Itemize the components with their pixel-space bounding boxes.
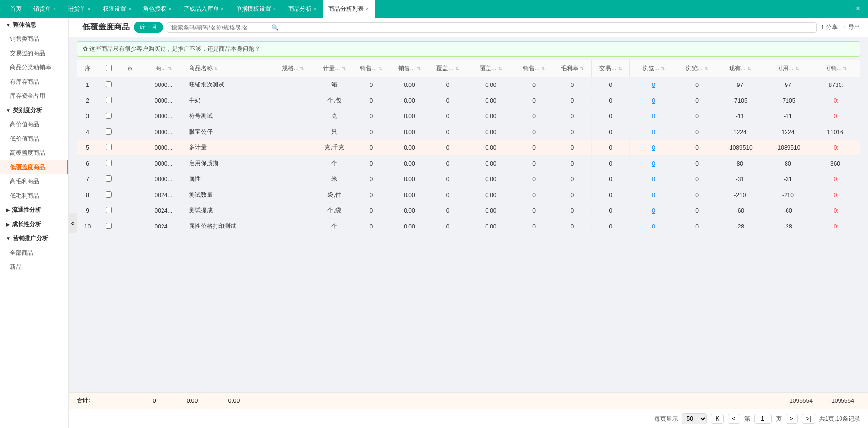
nav-production[interactable]: 产成品入库单 × [178,0,230,18]
prev-page-btn[interactable]: < [728,414,740,424]
cell-spec [269,109,317,124]
cell-browse1[interactable]: 0 [630,219,678,234]
sidebar-item-traded-goods[interactable]: 交易过的商品 [0,46,68,60]
cell-browse1[interactable]: 0 [630,140,678,156]
cell-settings [118,219,141,234]
per-page-select[interactable]: 50 10 20 100 [682,413,707,424]
nav-purchase-close[interactable]: × [87,6,90,12]
share-button[interactable]: ⤴ 分享 [821,23,838,31]
nav-analysis-list[interactable]: 商品分析列表 × [323,0,375,18]
nav-sales-close[interactable]: × [53,6,56,12]
share-icon: ⤴ [821,24,824,31]
nav-analysis-close[interactable]: × [314,6,317,12]
sidebar-item-high-value[interactable]: 高价值商品 [0,117,68,132]
cell-gross-rate: 0 [553,77,592,93]
export-button[interactable]: ↑ 导出 [843,23,860,31]
cell-check[interactable] [99,93,118,109]
cell-check[interactable] [99,219,118,234]
row-checkbox[interactable] [106,223,112,229]
cell-current: -60 [716,203,764,219]
cell-browse1[interactable]: 0 [630,171,678,187]
cell-spec [269,93,317,109]
sidebar-item-sales-goods[interactable]: 销售类商品 [0,32,68,46]
cell-sellable: 0: [812,93,860,109]
cell-available: -31 [764,171,812,187]
cell-check[interactable] [99,156,118,171]
sidebar-item-category-rate[interactable]: 商品分类动销率 [0,60,68,75]
nav-production-close[interactable]: × [221,6,224,12]
sidebar-group-category[interactable]: ▼ 类别度分析 [0,103,68,117]
table-container[interactable]: 序 ⚙ 商... ⇅ 商品名称 ⇅ 规格... ⇅ 计量... ⇅ 销售... … [69,60,868,392]
sidebar-group-liquidity[interactable]: ▶ 流通性分析 [0,203,68,217]
cell-check[interactable] [99,124,118,140]
cell-code: 0024... [141,187,186,203]
cell-code: 0000... [141,109,186,124]
nav-home[interactable]: 首页 [4,0,27,18]
row-checkbox[interactable] [106,97,112,103]
sidebar-group-marketing[interactable]: ▼ 营销推广分析 [0,231,68,246]
page-input[interactable] [754,414,772,424]
select-all-checkbox[interactable] [106,65,112,71]
sidebar-item-in-stock[interactable]: 有库存商品 [0,75,68,89]
sidebar-group-overall[interactable]: ▼ 整体信息 [0,18,68,32]
row-checkbox[interactable] [106,191,112,198]
nav-roles-close[interactable]: × [168,6,171,12]
cell-seq: 6 [77,156,99,171]
next-page-btn[interactable]: > [786,414,798,424]
nav-sales[interactable]: 销货单 × [27,0,62,18]
sidebar-item-low-margin[interactable]: 低毛利商品 [0,189,68,203]
th-name: 商品名称 ⇅ [186,60,269,77]
sidebar-item-low-coverage[interactable]: 低覆盖度商品 [0,160,68,174]
row-checkbox[interactable] [106,81,112,87]
nav-permissions[interactable]: 权限设置 × [97,0,137,18]
first-page-btn[interactable]: K [711,414,724,424]
cell-browse1[interactable]: 0 [630,203,678,219]
nav-template-close[interactable]: × [273,6,276,12]
cell-gross-rate: 0 [553,140,592,156]
cell-code: 0024... [141,203,186,219]
th-settings[interactable]: ⚙ [118,60,141,77]
table-row: 8 0024... 测试数量 袋,件 0 0.00 0 0.00 0 0 0 0… [77,187,860,203]
row-checkbox[interactable] [106,144,112,150]
cell-browse1[interactable]: 0 [630,77,678,93]
last-page-btn[interactable]: >| [802,414,815,424]
row-checkbox[interactable] [106,207,112,213]
cell-sales-qty: 0 [352,203,390,219]
sidebar-item-new-goods[interactable]: 新品 [0,260,68,274]
search-input[interactable] [171,24,270,31]
row-checkbox[interactable] [106,175,112,182]
search-icon[interactable]: 🔍 [271,24,279,31]
nav-purchase[interactable]: 进货单 × [62,0,96,18]
cell-check[interactable] [99,187,118,203]
row-checkbox[interactable] [106,128,112,135]
period-button[interactable]: 近一月 [134,22,163,33]
cell-browse1[interactable]: 0 [630,93,678,109]
cell-browse1[interactable]: 0 [630,187,678,203]
cell-browse1[interactable]: 0 [630,156,678,171]
nav-close-all[interactable]: × [852,4,864,13]
sidebar-item-high-margin[interactable]: 高毛利商品 [0,174,68,189]
nav-permissions-close[interactable]: × [128,6,131,12]
nav-template[interactable]: 单据模板设置 × [230,0,282,18]
sidebar-item-all-goods[interactable]: 全部商品 [0,246,68,260]
nav-analysis[interactable]: 商品分析 × [282,0,323,18]
row-checkbox[interactable] [106,160,112,166]
cell-check[interactable] [99,77,118,93]
sidebar-item-low-value[interactable]: 低价值商品 [0,132,68,146]
nav-roles[interactable]: 角色授权 × [137,0,177,18]
cell-gross-rate: 0 [553,203,592,219]
cell-check[interactable] [99,109,118,124]
sidebar-item-stock-value[interactable]: 库存资金占用 [0,89,68,103]
nav-analysis-list-close[interactable]: × [366,6,369,12]
sidebar-collapse-btn[interactable]: « [69,213,77,233]
cell-check[interactable] [99,203,118,219]
sidebar-group-growth[interactable]: ▶ 成长性分析 [0,217,68,231]
cell-sales-amt: 0.00 [390,124,429,140]
sidebar-item-high-coverage[interactable]: 高覆盖度商品 [0,146,68,160]
cell-browse1[interactable]: 0 [630,109,678,124]
cell-check[interactable] [99,171,118,187]
cell-browse1[interactable]: 0 [630,124,678,140]
row-checkbox[interactable] [106,113,112,119]
cell-seq: 9 [77,203,99,219]
cell-check[interactable] [99,140,118,156]
